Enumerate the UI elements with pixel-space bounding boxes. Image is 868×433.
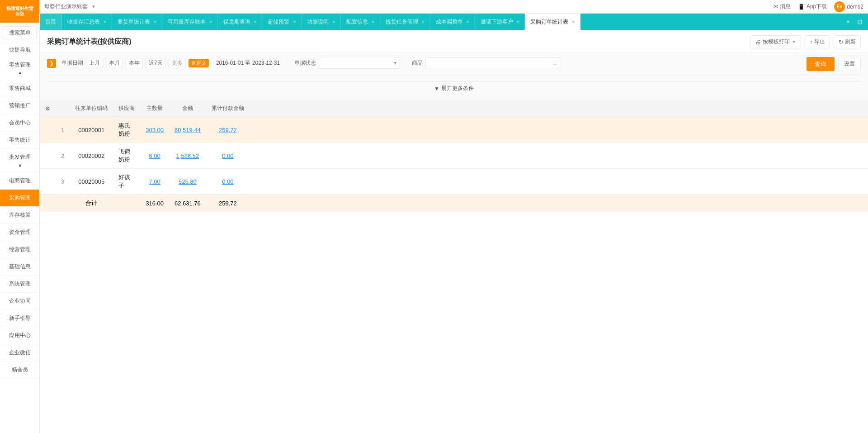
sidebar-item-enterprise-wechat[interactable]: 企业微信 bbox=[0, 344, 39, 362]
tab-close-pick-task[interactable]: × bbox=[422, 19, 425, 24]
date-range-display: 2016-01-01 至 2023-12-31 bbox=[214, 59, 280, 67]
date-shortcut-this-year[interactable]: 本年 bbox=[126, 58, 143, 68]
row-paid-amount[interactable]: 259.72 bbox=[206, 117, 250, 143]
sidebar-item-finance[interactable]: 资金管理 bbox=[0, 224, 39, 241]
date-shortcut-7days[interactable]: 近7天 bbox=[146, 58, 166, 68]
status-select[interactable] bbox=[319, 57, 400, 69]
sidebar-item-marketing[interactable]: 营销推广 bbox=[0, 97, 39, 114]
row-settings bbox=[40, 117, 56, 143]
tab-receive-summary[interactable]: 收发存汇总表× bbox=[62, 14, 112, 30]
tab-label-invite-downstream: 邀请下游客户 bbox=[481, 18, 513, 26]
tab-purchase-order-summary[interactable]: 采购订单统计表× bbox=[525, 14, 580, 30]
tab-home[interactable]: 首页 bbox=[40, 14, 62, 30]
tab-close-available-inventory[interactable]: × bbox=[209, 19, 212, 24]
sidebar-item-retail-stats[interactable]: 零售统计 bbox=[0, 132, 39, 149]
sidebar-item-ecommerce[interactable]: 电商管理 bbox=[0, 172, 39, 190]
tab-cost-adjust[interactable]: 成本调整单× bbox=[430, 14, 475, 30]
row-amount[interactable]: 1,586.52 bbox=[169, 143, 206, 169]
query-button[interactable]: 查询 bbox=[807, 57, 835, 71]
sidebar-item-label-retail: 零售管理 bbox=[9, 61, 31, 69]
tab-close-purchase-order-summary[interactable]: × bbox=[572, 19, 575, 24]
print-button[interactable]: 🖨 按模板打印 ▼ bbox=[750, 35, 801, 48]
sidebar-item-operations[interactable]: 经营管理 bbox=[0, 241, 39, 258]
tab-order-summary[interactable]: 要货单统计表× bbox=[112, 14, 162, 30]
expand-more-button[interactable]: ▼ 展开更多条件 bbox=[47, 81, 861, 95]
tab-label-order-summary: 要货单统计表 bbox=[118, 18, 150, 26]
tab-close-warranty-query[interactable]: × bbox=[254, 19, 257, 24]
tab-close-cost-adjust[interactable]: × bbox=[467, 19, 469, 24]
sidebar-item-label-inventory: 库存核算 bbox=[9, 211, 31, 219]
tab-warranty-query[interactable]: 保质期查询× bbox=[218, 14, 263, 30]
goods-input[interactable] bbox=[429, 60, 552, 66]
sidebar-item-inventory[interactable]: 库存核算 bbox=[0, 207, 39, 224]
restore-tabs-button[interactable]: ⊡ bbox=[855, 17, 864, 26]
filter-right: 查询 设置 bbox=[807, 57, 861, 71]
tab-close-overstock-warning[interactable]: × bbox=[293, 19, 296, 24]
page-title: 采购订单统计表(按供应商) bbox=[47, 37, 132, 47]
export-button[interactable]: ↑ 导出 bbox=[805, 35, 830, 48]
sidebar-item-label-retail-stats: 零售统计 bbox=[9, 136, 31, 144]
row-supplier-name: 飞鹤奶粉 bbox=[113, 143, 140, 169]
date-label: 单据日期 bbox=[61, 59, 83, 67]
search-menu-button[interactable]: 搜索菜单 bbox=[3, 26, 37, 39]
sidebar-item-new-guide[interactable]: 新手引导 bbox=[0, 310, 39, 327]
gear-icon: ⚙ bbox=[45, 105, 50, 112]
sidebar-item-label-system: 系统管理 bbox=[9, 280, 31, 288]
sidebar-item-vip[interactable]: 畅会员 bbox=[0, 362, 39, 379]
row-supplier-code: 00020002 bbox=[70, 143, 113, 169]
tab-label-config-info: 配置信息 bbox=[346, 18, 368, 26]
date-range-text: 2016-01-01 至 2023-12-31 bbox=[216, 59, 280, 67]
sidebar-item-enterprise[interactable]: 企业协同 bbox=[0, 293, 39, 310]
sidebar-item-purchase[interactable]: 采购管理 bbox=[0, 190, 39, 207]
close-all-tabs-button[interactable]: × bbox=[844, 17, 852, 26]
footer-amount: 62,631.76 bbox=[169, 195, 206, 212]
tab-close-invite-downstream[interactable]: × bbox=[517, 19, 519, 24]
logo-line1: 畅捷通好生意 bbox=[6, 6, 33, 11]
status-select-wrap: ▼ bbox=[319, 57, 397, 69]
filter-expand-button[interactable]: ❯ bbox=[47, 59, 56, 68]
table-footer: 合计 316.00 62,631.76 259.72 bbox=[40, 195, 868, 212]
tab-close-function-desc[interactable]: × bbox=[332, 19, 335, 24]
tab-close-receive-summary[interactable]: × bbox=[104, 19, 106, 24]
tab-overstock-warning[interactable]: 超储预警× bbox=[262, 14, 302, 30]
user-profile[interactable]: Ea demo2 bbox=[834, 1, 863, 12]
table-row: 1 00020001 惠氏奶粉 303.00 60,519.44 259.72 bbox=[40, 117, 868, 143]
row-amount[interactable]: 525.80 bbox=[169, 169, 206, 195]
row-paid-amount[interactable]: 0.00 bbox=[206, 169, 250, 195]
settings-button[interactable]: 设置 bbox=[838, 57, 861, 71]
date-shortcut-more[interactable]: 更多 bbox=[169, 58, 186, 68]
message-icon: ✉ bbox=[774, 4, 778, 10]
sidebar-item-member[interactable]: 会员中心 bbox=[0, 114, 39, 132]
message-button[interactable]: ✉ 消息 bbox=[774, 3, 791, 10]
row-extra bbox=[250, 117, 868, 143]
app-download-button[interactable]: 📱 App下载 bbox=[798, 3, 827, 10]
tab-function-desc[interactable]: 功能说明× bbox=[302, 14, 341, 30]
logo-line2: 标版 bbox=[6, 11, 33, 17]
sidebar-item-retail[interactable]: 零售管理▲ bbox=[0, 57, 39, 80]
date-shortcut-this-month[interactable]: 本月 bbox=[106, 58, 123, 68]
row-quantity[interactable]: 7.00 bbox=[140, 169, 169, 195]
sidebar-item-app-center[interactable]: 应用中心 bbox=[0, 327, 39, 344]
footer-label: 合计 bbox=[70, 195, 113, 212]
row-paid-amount[interactable]: 0.00 bbox=[206, 143, 250, 169]
tab-close-order-summary[interactable]: × bbox=[154, 19, 156, 24]
row-quantity[interactable]: 303.00 bbox=[140, 117, 169, 143]
tab-invite-downstream[interactable]: 邀请下游客户× bbox=[475, 14, 525, 30]
refresh-button[interactable]: ↻ 刷新 bbox=[834, 35, 861, 48]
row-amount[interactable]: 60,519.44 bbox=[169, 117, 206, 143]
sidebar-item-system[interactable]: 系统管理 bbox=[0, 276, 39, 293]
sidebar-item-basic-info[interactable]: 基础信息 bbox=[0, 258, 39, 276]
topbar-right: ✉ 消息 📱 App下载 Ea demo2 bbox=[774, 1, 863, 12]
row-quantity[interactable]: 6.00 bbox=[140, 143, 169, 169]
sidebar-item-label-marketing: 营销推广 bbox=[9, 102, 31, 109]
sidebar-item-retail-shop[interactable]: 零售商城 bbox=[0, 80, 39, 97]
tab-pick-task[interactable]: 拣货任务管理× bbox=[380, 14, 430, 30]
col-amount: 金额 bbox=[169, 100, 206, 117]
sidebar-item-wholesale[interactable]: 批发管理▲ bbox=[0, 149, 39, 172]
row-extra bbox=[250, 169, 868, 195]
tab-config-info[interactable]: 配置信息× bbox=[341, 14, 380, 30]
tab-available-inventory[interactable]: 可用量库存账本× bbox=[162, 14, 218, 30]
date-shortcut-last-month[interactable]: 上月 bbox=[86, 58, 103, 68]
sidebar-item-label-operations: 经营管理 bbox=[9, 246, 31, 253]
tab-close-config-info[interactable]: × bbox=[372, 19, 374, 24]
